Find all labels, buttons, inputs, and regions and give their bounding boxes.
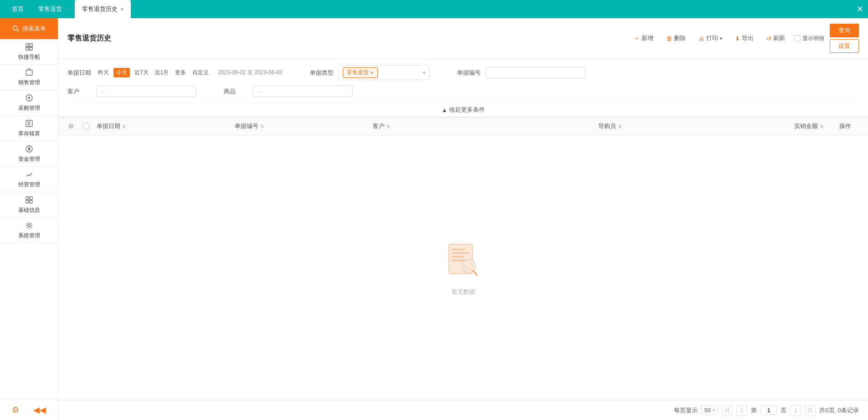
set-button[interactable]: 设置 bbox=[830, 39, 859, 53]
date-opt-1month[interactable]: 近1月 bbox=[153, 68, 171, 77]
empty-text: 暂无数据 bbox=[452, 288, 475, 296]
page-first-button[interactable]: ⟨⟨ bbox=[722, 405, 733, 416]
quick-nav-icon bbox=[25, 42, 34, 51]
main-content: 零售退货历史 ＋ 新增 🗑 删除 🖨 打印 ▾ ⬇ 导出 bbox=[58, 18, 868, 420]
sidebar-item-sales[interactable]: 销售管理 bbox=[0, 65, 58, 90]
svg-rect-2 bbox=[26, 70, 32, 75]
sidebar-item-purchase[interactable]: 采购管理 bbox=[0, 90, 58, 116]
page-number-input[interactable] bbox=[760, 405, 777, 415]
date-range-display: 2023-06-02 至 2023-06-02 bbox=[218, 69, 282, 77]
window-close-button[interactable]: ✕ bbox=[857, 4, 863, 14]
delete-label: 删除 bbox=[674, 34, 686, 42]
tab-retail-return-history-close[interactable]: × bbox=[120, 6, 123, 12]
collapse-button[interactable]: ▲ 收起更多条件 bbox=[67, 102, 859, 117]
page-title: 零售退货历史 bbox=[67, 34, 111, 43]
tab-home[interactable]: 首页 bbox=[5, 0, 31, 18]
th-customer[interactable]: 客户 ⇅ bbox=[369, 122, 594, 130]
sidebar-nav: 快捷导航 销售管理 采购管理 bbox=[0, 39, 58, 399]
export-label: 导出 bbox=[742, 34, 754, 42]
tab-retail-return[interactable]: 零售退货 × bbox=[31, 0, 75, 18]
goods-filter-input[interactable]: ··· bbox=[252, 86, 353, 97]
th-guide[interactable]: 导购员 ⇅ bbox=[595, 122, 711, 130]
th-guide-label: 导购员 bbox=[598, 122, 616, 130]
th-op-label: 操作 bbox=[839, 122, 851, 130]
select-all-checkbox[interactable] bbox=[83, 123, 89, 129]
date-opt-7days[interactable]: 近7天 bbox=[133, 68, 150, 77]
settings-icon[interactable]: ⚙ bbox=[12, 405, 19, 415]
svg-rect-13 bbox=[452, 249, 465, 250]
th-amount-sort-icon: ⇅ bbox=[820, 124, 823, 129]
sidebar-item-sales-label: 销售管理 bbox=[18, 79, 40, 87]
th-date-label: 单据日期 bbox=[97, 122, 120, 130]
page-word2: 页 bbox=[781, 406, 786, 415]
table-header: 单据日期 ⇅ 单据编号 ⇅ 客户 ⇅ 导购员 ⇅ 实销金额 ⇅ bbox=[58, 117, 868, 135]
show-detail-label: 显示明细 bbox=[802, 35, 824, 42]
th-customer-label: 客户 bbox=[373, 122, 385, 130]
th-num[interactable]: 单据编号 ⇅ bbox=[231, 122, 369, 130]
type-tag-close[interactable]: × bbox=[370, 70, 374, 76]
customer-filter-label: 客户 bbox=[67, 87, 92, 96]
th-settings[interactable] bbox=[63, 123, 79, 129]
print-label: 打印 bbox=[706, 34, 718, 42]
tab-retail-return-close[interactable]: × bbox=[65, 6, 67, 12]
add-icon: ＋ bbox=[634, 34, 640, 42]
type-tag: 零售退货 × bbox=[343, 67, 378, 78]
add-label: 新增 bbox=[642, 34, 653, 42]
tab-retail-return-label: 零售退货 bbox=[38, 5, 62, 13]
goods-ellipsis: ··· bbox=[257, 88, 262, 95]
sidebar-item-quick-nav[interactable]: 快捷导航 bbox=[0, 39, 58, 65]
th-amount[interactable]: 实销金额 ⇅ bbox=[711, 122, 827, 130]
query-button[interactable]: 查询 bbox=[830, 24, 859, 37]
sound-icon[interactable]: ◀◀ bbox=[33, 405, 46, 415]
toolbar: ＋ 新增 🗑 删除 🖨 打印 ▾ ⬇ 导出 ↺ 刷新 bbox=[630, 24, 859, 53]
filter-area: 单据日期 昨天 今天 近7天 近1月 更多 自定义 2023-06-02 至 2… bbox=[58, 59, 868, 117]
export-button[interactable]: ⬇ 导出 bbox=[731, 32, 757, 44]
page-header: 零售退货历史 ＋ 新增 🗑 删除 🖨 打印 ▾ ⬇ 导出 bbox=[58, 18, 868, 59]
th-guide-sort-icon: ⇅ bbox=[618, 124, 621, 129]
date-options: 昨天 今天 近7天 近1月 更多 自定义 bbox=[96, 68, 211, 77]
date-opt-custom[interactable]: 自定义 bbox=[190, 68, 211, 77]
svg-line-19 bbox=[473, 271, 477, 275]
add-button[interactable]: ＋ 新增 bbox=[630, 32, 657, 44]
main-layout: 搜索菜单 快捷导航 销售管理 bbox=[0, 18, 868, 420]
sidebar-item-finance[interactable]: 资金管理 bbox=[0, 141, 58, 167]
svg-point-20 bbox=[466, 263, 468, 265]
date-opt-more[interactable]: 更多 bbox=[173, 68, 188, 77]
th-date[interactable]: 单据日期 ⇅ bbox=[93, 122, 231, 130]
show-detail-checkbox[interactable] bbox=[794, 35, 801, 41]
page-last-button[interactable]: ⟩⟩ bbox=[805, 405, 816, 416]
th-checkbox[interactable] bbox=[79, 123, 93, 129]
th-amount-label: 实销金额 bbox=[794, 122, 818, 130]
print-icon: 🖨 bbox=[699, 35, 704, 42]
type-filter: 单据类型 零售退货 × ▾ bbox=[310, 65, 430, 80]
sidebar: 搜索菜单 快捷导航 销售管理 bbox=[0, 18, 58, 420]
page-size-select[interactable]: 50 ▾ bbox=[701, 405, 718, 415]
svg-point-18 bbox=[465, 262, 473, 270]
page-prev-button[interactable]: ⟨ bbox=[736, 405, 747, 416]
page-next-button[interactable]: ⟩ bbox=[790, 405, 801, 416]
purchase-icon bbox=[25, 93, 34, 102]
refresh-button[interactable]: ↺ 刷新 bbox=[763, 32, 789, 44]
svg-point-10 bbox=[28, 224, 31, 227]
empty-illustration bbox=[441, 240, 486, 281]
tab-retail-return-history[interactable]: 零售退货历史 × bbox=[75, 0, 130, 18]
sidebar-item-inventory[interactable]: 库存核算 bbox=[0, 116, 58, 141]
sidebar-item-system-label: 系统管理 bbox=[18, 232, 40, 240]
delete-button[interactable]: 🗑 删除 bbox=[663, 32, 689, 44]
customer-filter-input[interactable]: ··· bbox=[96, 86, 196, 97]
svg-point-11 bbox=[70, 125, 72, 128]
sidebar-item-basic-info[interactable]: 基础信息 bbox=[0, 192, 58, 218]
sidebar-item-basic-info-label: 基础信息 bbox=[18, 206, 40, 214]
tab-retail-return-history-label: 零售退货历史 bbox=[82, 5, 118, 13]
type-select[interactable]: 零售退货 × ▾ bbox=[339, 65, 430, 80]
num-filter-input[interactable] bbox=[486, 67, 586, 78]
search-menu-button[interactable]: 搜索菜单 bbox=[0, 18, 58, 39]
sidebar-item-quick-nav-label: 快捷导航 bbox=[18, 53, 40, 61]
sidebar-item-operations[interactable]: 经营管理 bbox=[0, 167, 58, 192]
print-button[interactable]: 🖨 打印 ▾ bbox=[695, 32, 726, 44]
svg-rect-15 bbox=[452, 256, 464, 257]
system-icon bbox=[25, 221, 34, 230]
date-opt-today[interactable]: 今天 bbox=[113, 68, 130, 77]
date-opt-yesterday[interactable]: 昨天 bbox=[96, 68, 111, 77]
sidebar-item-system[interactable]: 系统管理 bbox=[0, 218, 58, 243]
